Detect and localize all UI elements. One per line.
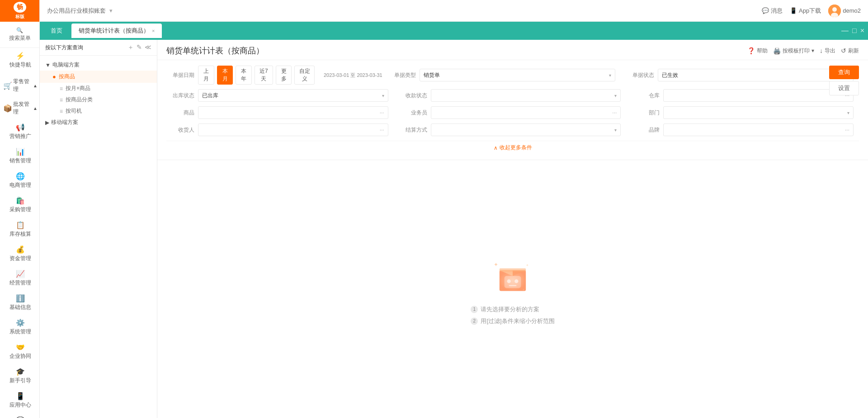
industry-label: 办公用品行业模拟账套 (47, 7, 106, 15)
scheme-add-icon[interactable]: ＋ (127, 43, 134, 52)
sidebar-item-app[interactable]: 📱 应用中心 (0, 388, 39, 413)
refresh-icon: ↺ (841, 47, 846, 54)
purchase-icon: 🛍️ (16, 196, 25, 205)
finance-icon: 💰 (16, 245, 25, 254)
dept-dropdown-icon: ▾ (847, 110, 849, 115)
print-button[interactable]: 🖨️ 按模板打印 ▾ (773, 47, 814, 55)
settings-button[interactable]: 设置 (829, 81, 859, 95)
sidebar-item-enterprise[interactable]: 🤝 企业协同 (0, 339, 39, 364)
export-button[interactable]: ↓ 导出 (820, 47, 835, 55)
sidebar-item-system[interactable]: ⚙️ 系统管理 (0, 315, 39, 339)
scheme-panel: 按以下方案查询 ＋ ✎ ≪ ▼ 电脑端方案 ● 按商品 (40, 40, 157, 418)
empty-illustration: ✦ ✦ ✦ (490, 253, 535, 300)
search-menu-button[interactable]: 🔍 搜索菜单 (5, 25, 34, 44)
help-button[interactable]: ❓ 帮助 (747, 47, 768, 55)
content-area: 按以下方案查询 ＋ ✎ ≪ ▼ 电脑端方案 ● 按商品 (40, 40, 868, 418)
query-title-bar: 销货单统计计表（按商品） ❓ 帮助 🖨️ 按模板打印 ▾ ↓ 导出 (157, 40, 868, 60)
brand-label: 品牌 (632, 126, 663, 134)
filter-col-salesman: 业务员 ··· (394, 106, 627, 119)
sidebar-item-ecommerce[interactable]: 🌐 电商管理 (0, 168, 39, 193)
message-button[interactable]: 💬 消息 (762, 7, 783, 15)
tab-sales-stats[interactable]: 销货单统计计表（按商品） × (71, 24, 162, 38)
window-close-icon[interactable]: × (860, 27, 864, 35)
filter-area: 单据日期 上月 本月 本年 近7天 更多 自定义 2023-03-0 (157, 60, 868, 160)
date-group: 上月 本月 本年 近7天 更多 自定义 (198, 66, 315, 85)
payment-status-select[interactable]: ▾ (431, 89, 621, 102)
status-select[interactable]: 已生效 ▾ (658, 69, 854, 81)
query-actions: ❓ 帮助 🖨️ 按模板打印 ▾ ↓ 导出 ↺ 刷新 (747, 47, 859, 55)
scheme-edit-icon[interactable]: ✎ (137, 43, 142, 52)
tree-subitem-driver[interactable]: ≡ 按司机 (40, 105, 157, 117)
guide-icon: 🎓 (16, 367, 25, 376)
payment-method-select[interactable]: ▾ (431, 124, 621, 136)
dept-label: 部门 (632, 109, 663, 117)
tree-group-desktop-label[interactable]: ▼ 电脑端方案 (40, 59, 157, 71)
payment-method-label: 结算方式 (399, 126, 431, 134)
message-icon: 💬 (762, 7, 769, 14)
window-minimize-icon[interactable]: — (841, 27, 849, 35)
warehouse-select[interactable]: ··· (663, 89, 854, 102)
out-status-select[interactable]: 已出库 ▾ (198, 89, 388, 102)
query-main: 单据日期 上月 本月 本年 近7天 更多 自定义 2023-03-0 (157, 60, 868, 418)
date-last-7-days[interactable]: 近7天 (255, 66, 273, 85)
sidebar-item-quick-nav[interactable]: ⚡ 快捷导航 (0, 48, 39, 72)
app-download-button[interactable]: 📱 App下载 (790, 7, 821, 15)
sidebar-item-operations[interactable]: 📈 经营管理 (0, 266, 39, 290)
receiver-label: 收货人 (166, 126, 198, 134)
tree-group-mobile-expand-icon: ▶ (45, 119, 49, 126)
sidebar-item-wechat[interactable]: 💬 企业微信 (0, 413, 39, 418)
sidebar-item-retail[interactable]: 🛒 零售管理 ▲ (0, 74, 39, 97)
goods-select[interactable]: ··· (198, 106, 388, 119)
tree-item-by-product[interactable]: ● 按商品 (40, 71, 157, 83)
query-button[interactable]: 查询 (829, 66, 859, 79)
sidebar-item-guide[interactable]: 🎓 新手引导 (0, 364, 39, 388)
tree-group-desktop: ▼ 电脑端方案 ● 按商品 ≡ 按月+商品 ≡ 按商品分类 (40, 59, 157, 117)
svg-rect-10 (509, 285, 517, 286)
tree-subitem-product-category[interactable]: ≡ 按商品分类 (40, 94, 157, 105)
date-custom[interactable]: 自定义 (294, 66, 315, 85)
out-status-dropdown-icon: ▾ (382, 93, 384, 98)
tab-home[interactable]: 首页 (43, 24, 70, 38)
sidebar-item-inventory[interactable]: 📋 库存核算 (0, 217, 39, 242)
retail-icon: 🛒 (3, 81, 12, 90)
goods-label: 商品 (166, 109, 198, 117)
app-logo: 畅 标版 (0, 0, 39, 22)
scheme-header-actions: ＋ ✎ ≪ (127, 43, 151, 52)
active-item-icon: ● (52, 73, 56, 80)
filter-col-type: 单据类型 销货单 ▾ (382, 69, 621, 81)
scheme-collapse-icon[interactable]: ≪ (145, 43, 151, 52)
industry-dropdown-icon[interactable]: ▾ (109, 7, 113, 14)
date-more[interactable]: 更多 (276, 66, 292, 85)
sidebar-item-purchase[interactable]: 🛍️ 采购管理 (0, 193, 39, 217)
date-this-month[interactable]: 本月 (217, 66, 233, 85)
brand-select[interactable]: ··· (663, 124, 854, 136)
date-this-year[interactable]: 本年 (236, 66, 252, 85)
tree-group-mobile-label[interactable]: ▶ 移动端方案 (40, 117, 157, 128)
print-dropdown-icon: ▾ (811, 48, 814, 54)
quick-nav-icon: ⚡ (16, 52, 25, 60)
tree-subitem-month-product[interactable]: ≡ 按月+商品 (40, 83, 157, 94)
empty-tips: 1 请先选择要分析的方案 2 用[过滤]条件来缩小分析范围 (471, 305, 554, 325)
sidebar-item-sales[interactable]: 📊 销售管理 (0, 144, 39, 168)
sidebar-item-finance[interactable]: 💰 资金管理 (0, 242, 39, 266)
window-maximize-icon[interactable]: □ (852, 27, 857, 35)
tree-group-mobile: ▶ 移动端方案 (40, 117, 157, 128)
sidebar-item-marketing[interactable]: 📢 营销推广 (0, 119, 39, 144)
username-label: demo2 (843, 7, 861, 14)
salesman-select[interactable]: ··· (431, 106, 621, 119)
user-avatar-area[interactable]: demo2 (828, 5, 861, 17)
app-download-icon: 📱 (790, 7, 797, 14)
date-last-month[interactable]: 上月 (198, 66, 214, 85)
receiver-select[interactable]: ··· (198, 124, 388, 136)
svg-point-8 (507, 279, 511, 283)
refresh-button[interactable]: ↺ 刷新 (841, 47, 859, 55)
enterprise-icon: 🤝 (16, 343, 25, 352)
collapse-button[interactable]: ∧ 收起更多条件 (166, 141, 859, 154)
tab-close-button[interactable]: × (152, 28, 155, 33)
filter-col-goods: 商品 ··· (166, 106, 394, 119)
type-select[interactable]: 销货单 ▾ (420, 69, 615, 81)
sidebar-item-wholesale[interactable]: 📦 批发管理 ▲ (0, 97, 39, 119)
sidebar-item-basic[interactable]: ℹ️ 基础信息 (0, 290, 39, 315)
dept-select[interactable]: ▾ (663, 106, 854, 119)
tip-num-1: 1 (471, 306, 478, 313)
